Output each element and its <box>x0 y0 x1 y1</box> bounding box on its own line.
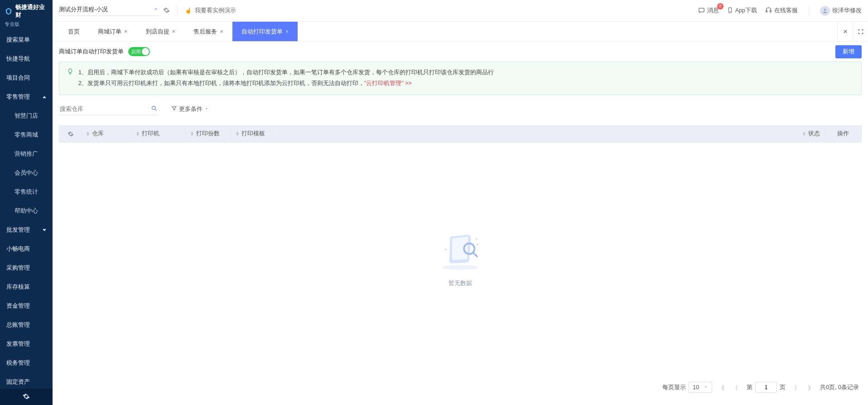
org-settings-button[interactable] <box>163 7 170 15</box>
new-button[interactable]: 新增 <box>835 45 862 58</box>
svg-line-9 <box>473 253 477 257</box>
message-button[interactable]: 消息 8 <box>698 7 719 15</box>
th-copies[interactable]: 打印份数 <box>186 126 231 142</box>
close-icon[interactable]: × <box>285 28 289 35</box>
th-status[interactable]: 状态 <box>272 126 825 142</box>
svg-rect-4 <box>770 10 772 12</box>
sidebar-menu: 搜索菜单 快捷导航 项目合同 零售管理 智慧门店 零售商城 营销推广 会员中心 … <box>0 30 53 389</box>
sidebar-item-search[interactable]: 搜索菜单 <box>0 30 53 49</box>
sidebar-item-retail[interactable]: 零售管理 <box>0 87 53 106</box>
fullscreen-button[interactable] <box>853 22 868 41</box>
empty-icon <box>435 231 485 273</box>
org-select[interactable]: 测试分开流程-小况 <box>59 5 159 16</box>
sidebar-item-retailstats[interactable]: 零售统计 <box>0 182 53 201</box>
phone-icon <box>727 7 733 15</box>
first-page-button[interactable]: ⟪ <box>719 383 726 392</box>
divider <box>177 6 178 15</box>
search-icon[interactable] <box>151 105 158 113</box>
chevron-down-icon <box>43 229 46 231</box>
sidebar-item-member[interactable]: 会员中心 <box>0 163 53 182</box>
sidebar-item-project[interactable]: 项目合同 <box>0 68 53 87</box>
sidebar-settings[interactable] <box>0 389 53 405</box>
sidebar-item-marketing[interactable]: 营销推广 <box>0 144 53 163</box>
tabs: 首页 商城订单× 到店自提× 售后服务× 自动打印发货单× ✕ <box>53 22 868 42</box>
chevron-down-icon <box>704 384 708 391</box>
empty-state: 暂无数据 <box>59 143 862 376</box>
sidebar-item-invoice[interactable]: 发票管理 <box>0 334 53 353</box>
page-title: 商城订单自动打印发货单 <box>59 48 124 56</box>
sidebar-item-smartstore[interactable]: 智慧门店 <box>0 106 53 125</box>
tab-aftersale[interactable]: 售后服务× <box>184 22 232 41</box>
page-input[interactable] <box>755 382 777 393</box>
column-settings-button[interactable] <box>59 126 82 142</box>
tab-autoprint[interactable]: 自动打印发货单× <box>232 22 298 41</box>
lightbulb-icon <box>67 68 74 89</box>
close-icon[interactable]: × <box>172 28 176 35</box>
table: 仓库 打印机 打印份数 打印模板 状态 操作 <box>59 125 862 376</box>
tab-home[interactable]: 首页 <box>59 22 89 41</box>
user-menu[interactable]: 徐泽华修改 <box>820 6 862 16</box>
last-page-button[interactable]: ⟫ <box>806 383 813 392</box>
pagination-total: 共0页, 0条记录 <box>820 384 859 391</box>
sidebar-item-ecommerce[interactable]: 小畅电商 <box>0 239 53 258</box>
close-all-tabs-button[interactable]: ✕ <box>837 22 853 41</box>
per-page-select[interactable]: 10 <box>689 382 712 393</box>
sidebar-item-purchase[interactable]: 采购管理 <box>0 258 53 277</box>
close-icon[interactable]: × <box>124 28 128 35</box>
th-warehouse[interactable]: 仓库 <box>82 126 132 142</box>
content: 1、启用后，商城下单付款成功后（如果有审核是在审核之后），自动打印发货单，如果一… <box>53 62 868 405</box>
th-printer[interactable]: 打印机 <box>132 126 186 142</box>
service-button[interactable]: 在线客服 <box>765 7 798 15</box>
close-icon[interactable]: × <box>220 28 223 35</box>
svg-point-11 <box>445 249 447 251</box>
app-download-button[interactable]: App下载 <box>727 7 757 15</box>
enable-toggle[interactable]: 启用 <box>128 47 150 56</box>
th-action: 操作 <box>825 126 861 142</box>
gear-icon <box>23 393 30 401</box>
sidebar-item-quicknav[interactable]: 快捷导航 <box>0 49 53 68</box>
org-name: 测试分开流程-小况 <box>59 5 108 14</box>
next-page-button[interactable]: ⟩ <box>793 383 799 392</box>
tab-mall-orders[interactable]: 商城订单× <box>89 22 137 41</box>
search-input[interactable] <box>60 106 151 112</box>
svg-point-7 <box>442 265 479 270</box>
sidebar-item-inventory[interactable]: 库存核算 <box>0 277 53 296</box>
sidebar-item-assets[interactable]: 固定资产 <box>0 372 53 389</box>
sidebar-item-wholesale[interactable]: 批发管理 <box>0 220 53 239</box>
info-box: 1、启用后，商城下单付款成功后（如果有审核是在审核之后），自动打印发货单，如果一… <box>59 62 862 95</box>
chevron-up-icon <box>43 96 46 98</box>
chevron-down-icon <box>204 106 209 112</box>
table-header: 仓库 打印机 打印份数 打印模板 状态 操作 <box>59 125 862 143</box>
hand-icon: ☝ <box>185 7 192 14</box>
avatar-icon <box>820 6 830 16</box>
svg-point-10 <box>476 238 477 240</box>
tab-pickup[interactable]: 到店自提× <box>137 22 185 41</box>
sidebar-item-fund[interactable]: 资金管理 <box>0 296 53 315</box>
search-box <box>59 103 159 115</box>
per-page: 每页显示 10 <box>662 382 712 393</box>
th-template[interactable]: 打印模板 <box>231 126 272 142</box>
brand-edition: 专业版 <box>0 21 53 30</box>
empty-text: 暂无数据 <box>448 279 472 287</box>
page-input-group: 第 页 <box>747 382 786 393</box>
brand-name: 畅捷通好业财 <box>15 4 48 19</box>
subheader: 商城订单自动打印发货单 启用 新增 <box>53 42 868 62</box>
sidebar: 畅捷通好业财 专业版 搜索菜单 快捷导航 项目合同 零售管理 智慧门店 零售商城… <box>0 0 53 405</box>
main: 测试分开流程-小况 ☝ 我要看实例演示 消息 8 App下载 <box>53 0 868 405</box>
sidebar-item-ledger[interactable]: 总账管理 <box>0 315 53 334</box>
filter-icon <box>171 105 177 113</box>
sidebar-item-mall[interactable]: 零售商城 <box>0 125 53 144</box>
brand: 畅捷通好业财 <box>0 0 53 23</box>
info-line-1: 1、启用后，商城下单付款成功后（如果有审核是在审核之后），自动打印发货单，如果一… <box>78 67 494 78</box>
more-filter-button[interactable]: 更多条件 <box>171 105 209 113</box>
pagination: 每页显示 10 ⟪ ⟨ 第 页 ⟩ ⟫ 共0页, 0条记录 <box>59 376 862 399</box>
prev-page-button[interactable]: ⟨ <box>733 383 739 392</box>
filter-row: 更多条件 <box>59 103 862 115</box>
cloud-printer-link[interactable]: "云打印机管理" >> <box>364 80 412 86</box>
svg-point-6 <box>152 106 156 110</box>
headset-icon <box>765 7 772 15</box>
info-line-2: 2、发货单只可用云打印机来打，如果只有本地打印机，须将本地打印机添加为云打印机，… <box>78 78 494 89</box>
demo-link[interactable]: ☝ 我要看实例演示 <box>185 7 236 14</box>
sidebar-item-help[interactable]: 帮助中心 <box>0 201 53 220</box>
sidebar-item-tax[interactable]: 税务管理 <box>0 353 53 372</box>
